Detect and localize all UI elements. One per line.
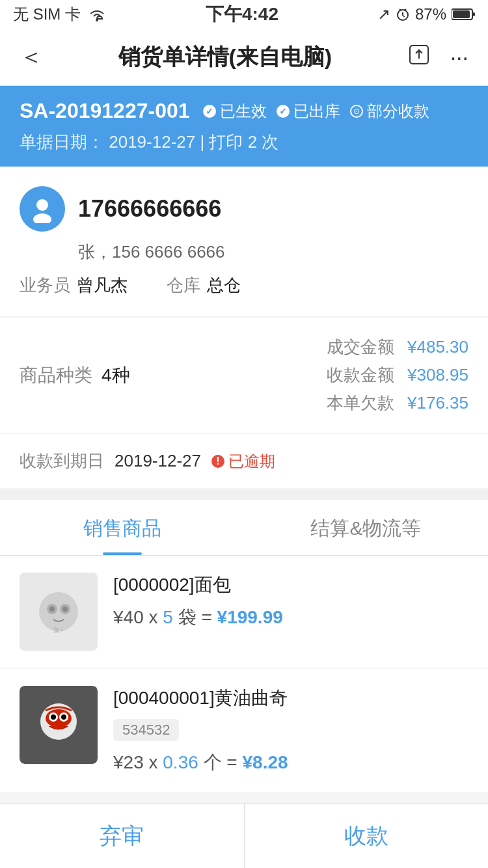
print-divider: | 打印 xyxy=(200,132,247,152)
status-tags: ✓ 已生效 ✓ 已出库 ⊙ 部分收款 xyxy=(203,101,429,122)
cookie-placeholder-icon xyxy=(20,686,98,764)
product-total-1: ¥199.99 xyxy=(217,607,283,627)
alarm-icon xyxy=(396,7,410,21)
summary-left: 商品种类 4种 xyxy=(20,336,130,414)
salesperson-label: 业务员 xyxy=(20,274,70,297)
clock-icon: ⊙ xyxy=(350,105,363,118)
status-shipped: ✓ 已出库 xyxy=(277,101,340,122)
order-header: SA-20191227-001 ✓ 已生效 ✓ 已出库 ⊙ 部分收款 单据日期：… xyxy=(0,86,488,167)
customer-meta: 业务员 曾凡杰 仓库 总仓 xyxy=(20,274,468,297)
product-unit-2: 个 xyxy=(204,752,222,772)
order-header-row2: 单据日期： 2019-12-27 | 打印 2 次 xyxy=(20,131,468,154)
price-eq-1: = xyxy=(201,607,217,627)
product-thumb-2 xyxy=(20,686,98,764)
received-value: ¥308.95 xyxy=(407,365,468,385)
type-count: 4种 xyxy=(102,363,130,388)
product-unit-1: 袋 xyxy=(178,607,197,627)
location-icon: ↗ xyxy=(377,5,390,23)
deal-amount-label: 成交金额 xyxy=(327,336,394,359)
person-icon xyxy=(28,195,57,223)
share-button[interactable] xyxy=(407,43,431,72)
product-qty-1: 5 xyxy=(163,607,173,627)
svg-point-24 xyxy=(51,714,56,720)
product-name-1: [0000002]面包 xyxy=(113,573,468,597)
battery-text: 87% xyxy=(415,5,446,23)
carrier-text: 无 SIM 卡 xyxy=(13,4,81,25)
tab-settlement[interactable]: 结算&物流等 xyxy=(244,500,488,555)
customer-row: 17666666666 xyxy=(20,186,468,232)
product-info-2: [000400001]黄油曲奇 534532 ¥23 x 0.36 个 = ¥8… xyxy=(113,686,468,775)
nav-bar: ＜ 销货单详情(来自电脑) ··· xyxy=(0,29,488,86)
content-wrap: SA-20191227-001 ✓ 已生效 ✓ 已出库 ⊙ 部分收款 单据日期：… xyxy=(0,86,488,858)
due-label: 收款到期日 xyxy=(20,450,104,472)
check-icon-2: ✓ xyxy=(277,105,290,118)
type-label: 商品种类 xyxy=(20,363,92,388)
print-unit: 次 xyxy=(262,132,278,152)
svg-rect-8 xyxy=(453,10,470,18)
more-button[interactable]: ··· xyxy=(450,44,468,70)
bottom-bar: 弃审 收款 xyxy=(0,803,488,858)
tab-products-label: 销售商品 xyxy=(83,517,161,539)
date-label: 单据日期： xyxy=(20,132,104,152)
customer-name-phone: 张，156 6666 6666 xyxy=(20,241,468,264)
product-price-2: ¥23 xyxy=(113,752,144,772)
svg-point-16 xyxy=(49,606,55,612)
product-info-1: [0000002]面包 ¥40 x 5 袋 = ¥199.99 xyxy=(113,573,468,651)
battery-icon xyxy=(452,8,475,21)
summary-section: 商品种类 4种 成交金额 ¥485.30 收款金额 ¥308.95 本单欠款 ¥… xyxy=(0,318,488,433)
status-effected: ✓ 已生效 xyxy=(203,101,267,122)
status-carrier: 无 SIM 卡 xyxy=(13,4,107,25)
page-title: 销货单详情(来自电脑) xyxy=(118,42,332,72)
warehouse-label: 仓库 xyxy=(167,274,200,297)
svg-point-11 xyxy=(36,199,48,211)
overdue-text: 已逾期 xyxy=(228,451,275,472)
check-icon-1: ✓ xyxy=(203,105,216,118)
customer-section: 17666666666 张，156 6666 6666 业务员 曾凡杰 仓库 总… xyxy=(0,167,488,316)
svg-line-3 xyxy=(403,16,405,17)
product-item: 鱼+ [0000002]面包 ¥40 x 5 袋 = ¥199.99 xyxy=(0,556,488,668)
product-list: 鱼+ [0000002]面包 ¥40 x 5 袋 = ¥199.99 xyxy=(0,556,488,792)
status-time: 下午4:42 xyxy=(206,2,278,27)
product-qty-2: 0.36 xyxy=(163,752,198,772)
received-label: 收款金额 xyxy=(327,364,394,387)
due-date-value: 2019-12-27 xyxy=(115,451,201,471)
salesperson-value: 曾凡杰 xyxy=(77,274,128,297)
bread-placeholder-icon: 鱼+ xyxy=(33,586,85,638)
overdue-badge: ! 已逾期 xyxy=(211,451,275,472)
section-divider xyxy=(0,489,488,500)
svg-point-0 xyxy=(96,19,98,21)
summary-right: 成交金额 ¥485.30 收款金额 ¥308.95 本单欠款 ¥176.35 xyxy=(327,336,468,414)
deal-amount-value: ¥485.30 xyxy=(407,337,468,357)
tab-settlement-label: 结算&物流等 xyxy=(310,517,421,539)
deal-amount-row: 成交金额 ¥485.30 xyxy=(327,336,468,359)
confirm-button[interactable]: 收款 xyxy=(245,804,489,858)
debt-value: ¥176.35 xyxy=(407,393,468,413)
print-count: 2 xyxy=(248,132,257,152)
back-button[interactable]: ＜ xyxy=(20,41,43,73)
product-total-2: ¥8.28 xyxy=(242,752,288,772)
product-thumb-1: 鱼+ xyxy=(20,573,98,651)
due-section: 收款到期日 2019-12-27 ! 已逾期 xyxy=(0,434,488,488)
product-batch-2: 534532 xyxy=(113,719,179,741)
price-x-2: x xyxy=(149,752,163,772)
price-x-1: x xyxy=(149,607,163,627)
customer-phone: 17666666666 xyxy=(78,195,221,223)
tab-active-indicator xyxy=(103,552,142,555)
status-shipped-text: 已出库 xyxy=(293,101,340,122)
warehouse-item: 仓库 总仓 xyxy=(167,274,241,297)
svg-text:鱼+: 鱼+ xyxy=(53,627,64,634)
cancel-label: 弃审 xyxy=(100,821,144,851)
svg-rect-7 xyxy=(472,12,475,16)
cancel-button[interactable]: 弃审 xyxy=(0,804,245,858)
product-price-row-2: ¥23 x 0.36 个 = ¥8.28 xyxy=(113,750,468,775)
order-date: 2019-12-27 xyxy=(109,132,195,152)
tab-products[interactable]: 销售商品 xyxy=(0,500,244,555)
avatar xyxy=(20,186,65,232)
product-name-2: [000400001]黄油曲奇 xyxy=(113,686,468,711)
status-partial-text: 部分收款 xyxy=(367,101,429,122)
product-price-1: ¥40 xyxy=(113,607,144,627)
nav-actions: ··· xyxy=(407,43,468,72)
order-header-row1: SA-20191227-001 ✓ 已生效 ✓ 已出库 ⊙ 部分收款 xyxy=(20,99,468,123)
order-id: SA-20191227-001 xyxy=(20,99,190,123)
status-right: ↗ 87% xyxy=(377,5,475,23)
